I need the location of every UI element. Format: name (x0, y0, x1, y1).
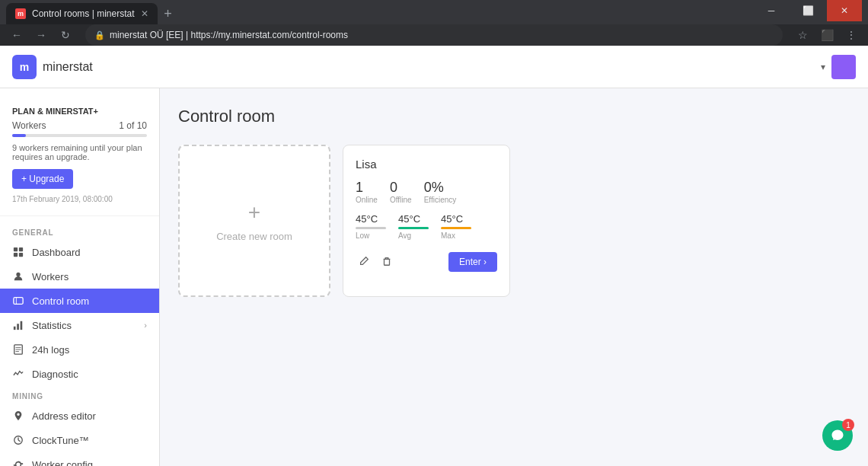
room-stat-offline: 0 Offline (390, 180, 412, 204)
address-editor-label: Address editor (32, 410, 96, 422)
edit-room-button[interactable] (356, 253, 372, 272)
offline-value: 0 (390, 180, 412, 196)
tab-title: Control rooms | minerstat (32, 8, 135, 19)
workers-row: Workers 1 of 10 (12, 120, 147, 131)
sidebar-item-statistics[interactable]: Statistics › (0, 313, 159, 337)
logo: m minerstat (12, 55, 93, 79)
online-label: Online (356, 196, 378, 204)
logs-label: 24h logs (32, 344, 69, 356)
workers-count: 1 of 10 (119, 120, 147, 131)
lock-icon: 🔒 (94, 30, 105, 40)
sidebar-item-workers[interactable]: Workers (0, 264, 159, 289)
sidebar-item-clocktune[interactable]: ClockTune™ (0, 428, 159, 452)
logo-text: minerstat (43, 60, 93, 74)
active-tab[interactable]: m Control rooms | minerstat ✕ (6, 3, 158, 24)
temp-avg: 45°C Avg (398, 213, 429, 240)
svg-rect-5 (14, 298, 23, 305)
sidebar-item-worker-config[interactable]: Worker config (0, 452, 159, 466)
room-stats: 1 Online 0 Offline 0% Efficiency (356, 180, 497, 204)
svg-rect-2 (14, 253, 18, 257)
enter-room-button[interactable]: Enter › (448, 252, 497, 272)
logo-letter: m (20, 61, 29, 73)
room-stat-efficiency: 0% Efficiency (424, 180, 457, 204)
create-room-card[interactable]: + Create new room (178, 145, 330, 297)
statistics-chevron: › (144, 321, 147, 330)
efficiency-value: 0% (424, 180, 457, 196)
extensions-button[interactable]: ⬛ (816, 24, 838, 46)
clocktune-icon (12, 434, 24, 446)
minimize-button[interactable]: ─ (754, 0, 789, 21)
header-right: ▾ (821, 55, 856, 79)
control-room-icon (12, 295, 24, 307)
reload-button[interactable]: ↻ (55, 24, 76, 46)
workers-label: Workers (12, 120, 46, 131)
close-window-button[interactable]: ✕ (827, 0, 862, 21)
svg-rect-17 (385, 259, 390, 265)
temp-max-bar (441, 227, 471, 229)
header-dropdown[interactable]: ▾ (821, 62, 825, 72)
plan-note: 9 workers remaining until your plan requ… (12, 143, 147, 161)
restore-button[interactable]: ⬜ (790, 0, 825, 21)
upgrade-button[interactable]: + Upgrade (12, 169, 73, 189)
sidebar-item-dashboard[interactable]: Dashboard (0, 240, 159, 264)
back-button[interactable]: ← (6, 24, 27, 46)
logo-icon: m (12, 55, 37, 79)
chat-badge: 1 (842, 419, 854, 431)
temp-max-label: Max (441, 231, 471, 240)
workers-icon (12, 270, 24, 282)
temp-avg-label: Avg (398, 231, 429, 240)
create-room-plus-icon: + (248, 200, 260, 225)
temp-avg-bar (398, 227, 429, 229)
sidebar-item-24h-logs[interactable]: 24h logs (0, 337, 159, 362)
browser-navbar: ← → ↻ 🔒 minerstat OÜ [EE] | https://my.m… (0, 24, 868, 46)
online-value: 1 (356, 180, 378, 196)
svg-rect-1 (19, 247, 23, 251)
room-name: Lisa (356, 158, 497, 171)
logs-icon (12, 343, 24, 356)
rooms-grid: + Create new room Lisa 1 Online 0 (178, 145, 850, 297)
worker-config-icon (12, 458, 24, 466)
delete-room-button[interactable] (378, 253, 395, 272)
statistics-icon (12, 319, 24, 331)
temp-max-value: 45°C (441, 213, 471, 225)
room-stat-online: 1 Online (356, 180, 378, 204)
mining-section-label: MINING (0, 386, 159, 404)
tab-close-button[interactable]: ✕ (141, 8, 148, 19)
menu-button[interactable]: ⋮ (841, 24, 862, 46)
main-content: Control room + Create new room Lisa 1 (160, 88, 868, 466)
svg-rect-8 (17, 324, 19, 330)
worker-config-label: Worker config (32, 459, 93, 467)
workers-progress-bar (12, 134, 147, 137)
svg-line-16 (18, 440, 21, 442)
svg-rect-3 (19, 253, 23, 257)
temp-max: 45°C Max (441, 213, 471, 240)
room-actions: Enter › (356, 252, 497, 272)
new-tab-button[interactable]: + (158, 3, 179, 24)
diagnostic-icon (12, 368, 24, 380)
dashboard-label: Dashboard (32, 247, 81, 258)
room-temps: 45°C Low 45°C Avg 45°C (356, 213, 497, 240)
plan-section: PLAN & MINERSTAT+ Workers 1 of 10 9 work… (0, 101, 159, 216)
bookmarks-button[interactable]: ☆ (792, 24, 813, 46)
address-text: minerstat OÜ [EE] | https://my.minerstat… (110, 30, 348, 40)
create-room-label: Create new room (216, 231, 292, 242)
efficiency-label: Efficiency (424, 196, 457, 204)
general-section-label: GENERAL (0, 222, 159, 240)
temp-low-label: Low (356, 231, 386, 240)
sidebar-item-address-editor[interactable]: Address editor (0, 404, 159, 428)
plan-label: PLAN & MINERSTAT+ (12, 107, 147, 116)
offline-label: Offline (390, 196, 412, 204)
svg-rect-9 (21, 321, 23, 330)
forward-button[interactable]: → (30, 24, 52, 46)
sidebar-item-diagnostic[interactable]: Diagnostic (0, 362, 159, 386)
user-avatar[interactable] (831, 55, 856, 79)
dashboard-icon (12, 246, 24, 258)
app-header: m minerstat ▾ (0, 46, 868, 88)
address-bar[interactable]: 🔒 minerstat OÜ [EE] | https://my.minerst… (85, 24, 783, 46)
sidebar-item-control-room[interactable]: Control room (0, 289, 159, 313)
page-title: Control room (178, 107, 850, 126)
temp-avg-value: 45°C (398, 213, 429, 225)
workers-label: Workers (32, 271, 69, 282)
temp-low-bar (356, 227, 386, 229)
clocktune-label: ClockTune™ (32, 435, 89, 446)
